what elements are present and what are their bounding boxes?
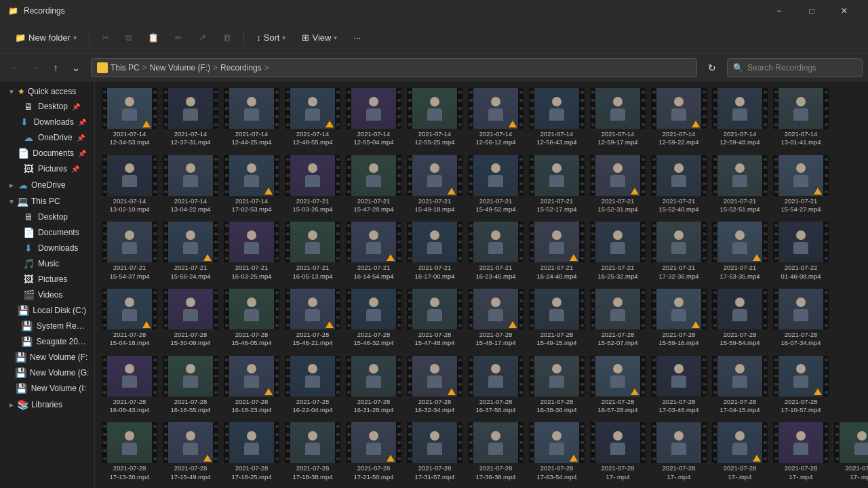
quick-access-header[interactable]: ▼ ★ Quick access <box>3 85 92 98</box>
file-item[interactable]: 2021-07-28 17-36-38.mp4 <box>467 421 525 483</box>
share-button[interactable]: ↗ <box>192 26 213 50</box>
file-item[interactable]: 2021-07-21 15-54-27.mp4 <box>772 154 830 216</box>
file-item[interactable]: 2021-07-28 17-.mp4 <box>711 421 769 483</box>
file-item[interactable]: 2021-07-28 17-31-57.mp4 <box>406 421 464 483</box>
sidebar-item-seagate[interactable]: 💾 Seagate 2014 (E: <box>3 334 92 349</box>
file-item[interactable]: 2021-07-28 17-21-50.mp4 <box>344 421 403 483</box>
file-item[interactable]: 2021-07-28 15-46-21.mp4 <box>283 287 342 349</box>
file-item[interactable]: 2021-07-28 16-22-04.mp4 <box>283 354 342 416</box>
file-item[interactable]: 2021-07-28 16-16-55.mp4 <box>161 354 220 416</box>
file-item[interactable]: 2021-07-14 12-34-53.mp4 <box>100 87 159 148</box>
file-item[interactable]: 2021-07-14 12-56-12.mp4 <box>467 87 525 148</box>
copy-button[interactable]: ⧉ <box>119 26 138 50</box>
file-area[interactable]: 2021-07-14 12-34-53.mp42021-07-14 12-37-… <box>95 81 868 488</box>
file-item[interactable]: 2021-07-21 17-53-35.mp4 <box>711 220 769 282</box>
sidebar-item-videos[interactable]: 🎬 Videos <box>3 287 92 302</box>
sidebar-item-onedrive-quick[interactable]: ☁ OneDrive 📌 <box>3 130 92 145</box>
cut-button[interactable]: ✂ <box>95 26 116 50</box>
sidebar-item-system-reserve[interactable]: 💾 System Reserve <box>3 319 92 333</box>
file-item[interactable]: 2021-07-14 12-55-04.mp4 <box>344 87 403 148</box>
minimize-button[interactable]: − <box>764 0 795 22</box>
file-item[interactable]: 2021-07-28 17-10-57.mp4 <box>772 354 830 416</box>
file-item[interactable]: 2021-07-14 13-02-10.mp4 <box>100 154 159 216</box>
delete-button[interactable]: 🗑 <box>216 26 238 50</box>
file-item[interactable]: 2021-07-28 17-13-30.mp4 <box>100 421 159 483</box>
file-item[interactable]: 2021-07-28 17-.mp4 <box>589 421 647 483</box>
sidebar-item-local-disk[interactable]: 💾 Local Disk (C:) <box>3 303 92 318</box>
file-item[interactable]: 2021-07-28 17-.mp4 <box>650 421 708 483</box>
recent-button[interactable]: ⌄ <box>66 58 85 77</box>
file-item[interactable]: 2021-07-21 15-49-18.mp4 <box>406 154 464 216</box>
file-item[interactable]: 2021-07-14 12-56-43.mp4 <box>528 87 586 148</box>
file-item[interactable]: 2021-07-28 15-04-18.mp4 <box>100 287 159 349</box>
sidebar-item-pictures-pc[interactable]: 🖼 Pictures <box>3 272 92 287</box>
sidebar-item-music[interactable]: 🎵 Music <box>3 256 92 271</box>
breadcrumb-recordings[interactable]: Recordings <box>220 63 262 73</box>
file-item[interactable]: 2021-07-21 16-23-45.mp4 <box>467 220 525 282</box>
file-item[interactable]: 2021-07-28 17-18-25.mp4 <box>222 421 281 483</box>
maximize-button[interactable]: □ <box>796 0 827 22</box>
sidebar-item-desktop-quick[interactable]: 🖥 Desktop 📌 <box>3 99 92 114</box>
sort-button[interactable]: ↕ Sort ▾ <box>250 26 292 50</box>
sidebar-item-new-volume-i[interactable]: 💾 New Volume (I: <box>3 381 92 396</box>
sidebar-item-downloads-pc[interactable]: ⬇ Downloads <box>3 241 92 256</box>
file-item[interactable]: 2021-07-21 16-03-25.mp4 <box>222 220 281 282</box>
forward-button[interactable]: → <box>26 58 45 77</box>
libraries-header[interactable]: ► 📚 Libraries <box>3 397 92 412</box>
sidebar-item-documents-quick[interactable]: 📄 Documents 📌 <box>3 146 92 161</box>
file-item[interactable]: 2021-07-28 15-46-32.mp4 <box>344 287 403 349</box>
file-item[interactable]: 2021-07-28 16-07-34.mp4 <box>772 287 830 349</box>
this-pc-header[interactable]: ▼ 💻 This PC <box>3 194 92 209</box>
file-item[interactable]: 2021-07-21 15-52-31.mp4 <box>589 154 647 216</box>
file-item[interactable]: 2021-07-28 15-46-05.mp4 <box>222 287 281 349</box>
sidebar-item-desktop-pc[interactable]: 🖥 Desktop <box>3 209 92 224</box>
file-item[interactable]: 2021-07-28 15-59-54.mp4 <box>711 287 769 349</box>
file-item[interactable]: 2021-07-21 15-47-29.mp4 <box>344 154 403 216</box>
file-item[interactable]: 2021-07-28 16-32-34.mp4 <box>406 354 464 416</box>
sidebar-item-downloads-quick[interactable]: ⬇ Downloads 📌 <box>3 115 92 129</box>
file-item[interactable]: 2021-07-21 16-17-00.mp4 <box>406 220 464 282</box>
file-item[interactable]: 2021-07-28 16-37-56.mp4 <box>467 354 525 416</box>
breadcrumb-new-volume[interactable]: New Volume (F:) <box>150 63 210 73</box>
file-item[interactable]: 2021-07-28 17-.mp4 <box>772 421 830 483</box>
file-item[interactable]: 2021-07-14 12-59-48.mp4 <box>711 87 769 148</box>
close-button[interactable]: ✕ <box>829 0 860 22</box>
file-item[interactable]: 2021-07-28 17-18-38.mp4 <box>283 421 342 483</box>
file-item[interactable]: 2021-07-28 16-08-43.mp4 <box>100 354 159 416</box>
breadcrumb-this-pc[interactable]: This PC <box>111 63 140 73</box>
sidebar-item-new-volume-g[interactable]: 💾 New Volume (G: <box>3 365 92 380</box>
file-item[interactable]: 2021-07-21 15-56-24.mp4 <box>161 220 220 282</box>
file-item[interactable]: 2021-07-28 15-59-16.mp4 <box>650 287 708 349</box>
file-item[interactable]: 2021-07-21 15-49-52.mp4 <box>467 154 525 216</box>
paste-button[interactable]: 📋 <box>141 26 165 50</box>
up-button[interactable]: ↑ <box>46 58 65 77</box>
file-item[interactable]: 2021-07-21 15-52-17.mp4 <box>528 154 586 216</box>
new-folder-button[interactable]: 📁 New folder ▾ <box>8 26 83 50</box>
view-button[interactable]: ⊞ View ▾ <box>295 26 344 50</box>
onedrive-header[interactable]: ► ☁ OneDrive <box>3 178 92 192</box>
file-item[interactable]: 2021-07-28 15-30-09.mp4 <box>161 287 220 349</box>
file-item[interactable]: 2021-07-21 17-32-36.mp4 <box>650 220 708 282</box>
file-item[interactable]: 2021-07-14 12-44-25.mp4 <box>222 87 281 148</box>
file-item[interactable]: 2021-07-21 15-03-26.mp4 <box>283 154 342 216</box>
sidebar-item-new-volume-f[interactable]: 💾 New Volume (F: <box>3 350 92 365</box>
more-button[interactable]: ··· <box>347 26 368 50</box>
file-item[interactable]: 2021-07-28 16-18-23.mp4 <box>222 354 281 416</box>
file-item[interactable]: 2021-07-28 17-.mp4 <box>833 421 868 483</box>
file-item[interactable]: 2021-07-21 15-54-37.mp4 <box>100 220 159 282</box>
rename-button[interactable]: ✏ <box>168 26 189 50</box>
file-item[interactable]: 2021-07-28 17-63-54.mp4 <box>528 421 586 483</box>
file-item[interactable]: 2021-07-21 16-25-32.mp4 <box>589 220 647 282</box>
file-item[interactable]: 2021-07-28 15-47-48.mp4 <box>406 287 464 349</box>
sidebar-item-pictures-quick[interactable]: 🖼 Pictures 📌 <box>3 161 92 176</box>
file-item[interactable]: 2021-07-28 16-57-28.mp4 <box>589 354 647 416</box>
file-item[interactable]: 2021-07-14 13-04-22.mp4 <box>161 154 220 216</box>
file-item[interactable]: 2021-07-14 13-01-41.mp4 <box>772 87 830 148</box>
back-button[interactable]: ← <box>5 58 24 77</box>
file-item[interactable]: 2021-07-28 17-15-49.mp4 <box>161 421 220 483</box>
file-item[interactable]: 2021-07-21 15-52-40.mp4 <box>650 154 708 216</box>
file-item[interactable]: 2021-07-14 12-55-25.mp4 <box>406 87 464 148</box>
file-item[interactable]: 2021-07-21 15-52-51.mp4 <box>711 154 769 216</box>
file-item[interactable]: 2021-07-14 12-37-31.mp4 <box>161 87 220 148</box>
search-box[interactable]: 🔍 Search Recordings <box>727 58 863 77</box>
